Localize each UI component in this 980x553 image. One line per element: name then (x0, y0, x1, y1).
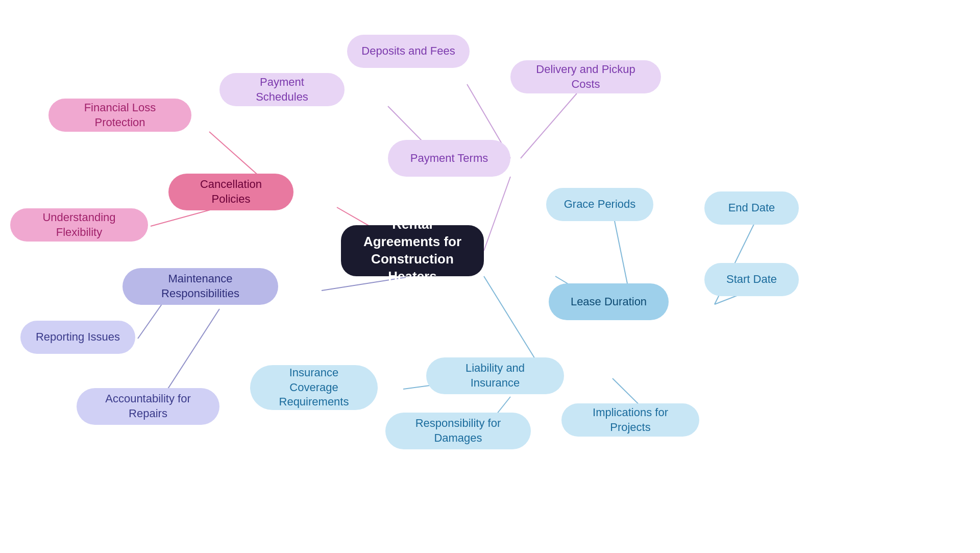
svg-line-2 (521, 93, 577, 158)
node-end-date[interactable]: End Date (704, 191, 799, 225)
node-payment-terms[interactable]: Payment Terms (388, 140, 510, 177)
svg-line-11 (612, 211, 628, 286)
svg-line-0 (484, 177, 510, 251)
node-insurance-coverage[interactable]: Insurance Coverage Requirements (250, 365, 378, 410)
node-responsibility-damages[interactable]: Responsibility for Damages (385, 413, 531, 449)
node-delivery-pickup[interactable]: Delivery and Pickup Costs (510, 60, 661, 93)
node-lease-duration[interactable]: Lease Duration (549, 283, 669, 320)
node-reporting-issues[interactable]: Reporting Issues (20, 321, 135, 354)
node-cancellation-policies[interactable]: Cancellation Policies (168, 174, 293, 210)
node-maintenance[interactable]: Maintenance Responsibilities (122, 268, 278, 305)
node-grace-periods[interactable]: Grace Periods (546, 188, 653, 221)
center-node[interactable]: Rental Agreements for Construction Heate… (341, 225, 484, 276)
node-understanding-flexibility[interactable]: Understanding Flexibility (10, 208, 148, 242)
node-financial-loss[interactable]: Financial Loss Protection (48, 99, 191, 132)
node-liability-insurance[interactable]: Liability and Insurance (426, 357, 564, 394)
node-deposits-fees[interactable]: Deposits and Fees (347, 35, 470, 68)
node-start-date[interactable]: Start Date (704, 263, 799, 296)
node-payment-schedules[interactable]: Payment Schedules (219, 73, 345, 106)
node-accountability-repairs[interactable]: Accountability for Repairs (77, 388, 219, 425)
node-implications-projects[interactable]: Implications for Projects (561, 403, 699, 437)
